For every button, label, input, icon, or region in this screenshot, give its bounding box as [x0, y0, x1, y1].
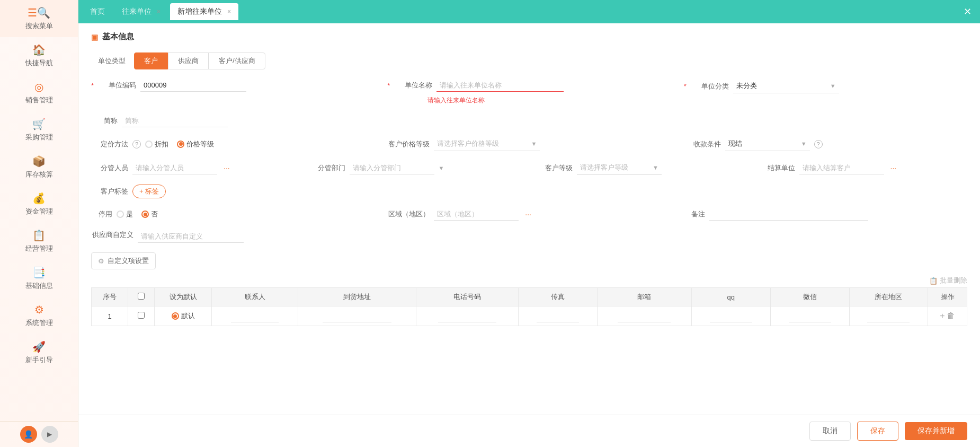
section-title: 基本信息 — [102, 32, 134, 42]
payment-terms-select[interactable]: 现结 ▼ — [725, 137, 810, 151]
sidebar-item-finance[interactable]: 💰 资金管理 — [0, 186, 78, 223]
expand-btn[interactable]: ▶ — [41, 426, 58, 443]
wechat-input[interactable] — [789, 310, 831, 322]
sales-icon: ◎ — [34, 81, 43, 93]
sidebar-item-label: 库存核算 — [25, 170, 53, 179]
disabled-no-circle — [141, 211, 149, 218]
row-add-btn[interactable]: + — [940, 311, 945, 321]
unit-name-input[interactable] — [436, 79, 564, 92]
pricing-discount-label: 折扣 — [155, 139, 168, 149]
unit-type-customer-btn[interactable]: 客户 — [134, 52, 168, 69]
row-region-input[interactable] — [867, 310, 910, 322]
manager-dots-btn[interactable]: ··· — [221, 164, 232, 172]
fax-input[interactable] — [537, 310, 579, 322]
sidebar-item-search[interactable]: ☰🔍 搜索菜单 — [0, 0, 78, 37]
tab-partners[interactable]: 往来单位 × — [114, 3, 168, 20]
col-seq: 序号 — [92, 288, 128, 306]
section-icon: ▣ — [91, 33, 98, 41]
remark-input[interactable] — [709, 208, 868, 221]
unit-code-input[interactable] — [140, 79, 246, 92]
default-circle — [172, 312, 179, 320]
region-dots-btn[interactable]: ··· — [523, 210, 533, 218]
pricing-help-icon[interactable]: ? — [132, 140, 141, 148]
phone-input[interactable] — [438, 310, 496, 322]
settlement-dots-btn[interactable]: ··· — [888, 164, 899, 172]
cancel-button[interactable]: 取消 — [809, 422, 851, 441]
user-avatar[interactable]: 👤 — [20, 426, 37, 443]
default-radio[interactable]: 默认 — [160, 311, 206, 321]
col-email: 邮箱 — [597, 288, 691, 306]
select-all-checkbox[interactable] — [138, 293, 145, 300]
payment-terms-arrow: ▼ — [801, 141, 807, 147]
qq-input[interactable] — [710, 310, 752, 322]
save-button[interactable]: 保存 — [857, 422, 898, 441]
add-tag-btn[interactable]: + 标签 — [132, 185, 166, 198]
sidebar-item-system[interactable]: ⚙ 系统管理 — [0, 297, 78, 334]
unit-type-supplier-btn[interactable]: 供应商 — [168, 52, 209, 69]
sidebar-item-basic-info[interactable]: 📑 基础信息 — [0, 260, 78, 297]
disabled-yes-radio[interactable]: 是 — [117, 209, 133, 219]
contact-table: 序号 设为默认 联系人 到货地址 电话号码 传真 邮箱 qq 微信 所在地区 操… — [91, 287, 967, 326]
disabled-no-radio[interactable]: 否 — [141, 209, 158, 219]
unit-type-label: 单位类型 — [91, 56, 126, 66]
table-header: 序号 设为默认 联系人 到货地址 电话号码 传真 邮箱 qq 微信 所在地区 操… — [92, 288, 967, 306]
form-content: ▣ 基本信息 单位类型 客户 供应商 客户/供应商 * 单位编码 — [78, 23, 980, 415]
custom-settings-btn[interactable]: ⚙ 自定义项设置 — [91, 252, 156, 269]
tab-new-partner-close[interactable]: × — [227, 8, 231, 15]
row-delete-btn[interactable]: 🗑 — [947, 311, 955, 321]
sidebar-item-guide[interactable]: 🚀 新手引导 — [0, 334, 78, 371]
sidebar-item-label: 采购管理 — [25, 133, 53, 142]
customer-level-select[interactable]: 请选择客户等级 ▼ — [577, 161, 662, 175]
short-name-input[interactable] — [122, 115, 228, 127]
main-area: 首页 往来单位 × 新增往来单位 × ✕ ▣ 基本信息 单位类型 客户 供应商 … — [78, 0, 980, 447]
col-qq: qq — [691, 288, 770, 306]
disabled-label: 停用 — [91, 209, 112, 219]
sidebar-item-label: 基础信息 — [25, 281, 53, 291]
manager-group: 分管人员 ··· — [91, 162, 301, 174]
batch-delete-row[interactable]: 📋 批量删除 — [91, 276, 967, 285]
pricing-grade-circle — [177, 141, 184, 148]
manager-input[interactable] — [132, 162, 217, 174]
unit-name-label: 单位名称 — [395, 81, 432, 90]
table-body: 1 默认 — [92, 306, 967, 326]
sidebar-item-sales[interactable]: ◎ 销售管理 — [0, 74, 78, 111]
window-close-btn[interactable]: ✕ — [959, 6, 976, 17]
address-input[interactable] — [323, 310, 391, 322]
save-new-button[interactable]: 保存并新增 — [905, 422, 967, 440]
sidebar-item-inventory[interactable]: 📦 库存核算 — [0, 148, 78, 186]
disabled-yes-circle — [117, 211, 124, 218]
pricing-grade-radio[interactable]: 价格等级 — [177, 139, 214, 149]
row-qq — [691, 306, 770, 326]
tab-new-partner[interactable]: 新增往来单位 × — [170, 3, 238, 20]
unit-type-both-btn[interactable]: 客户/供应商 — [209, 52, 265, 69]
supplier-custom-input[interactable] — [138, 230, 244, 243]
col-region: 所在地区 — [849, 288, 928, 306]
col-address: 到货地址 — [298, 288, 416, 306]
tab-home[interactable]: 首页 — [83, 3, 112, 20]
sidebar-item-quicknav[interactable]: 🏠 快捷导航 — [0, 37, 78, 74]
settings-btn-label: 自定义项设置 — [108, 256, 149, 266]
tab-partners-close[interactable]: × — [157, 8, 161, 15]
sidebar-item-label: 新手引导 — [25, 355, 53, 365]
customer-price-label: 客户价格等级 — [387, 139, 430, 149]
email-input[interactable] — [618, 310, 671, 322]
tags-row: 客户标签 + 标签 — [91, 185, 967, 198]
sidebar-item-operations[interactable]: 📋 经营管理 — [0, 223, 78, 260]
unit-category-select[interactable]: 未分类 ▼ — [733, 79, 839, 93]
region-input[interactable] — [434, 208, 519, 221]
settlement-input[interactable] — [799, 162, 884, 174]
disabled-region-row: 停用 是 否 区域（地区） ··· 备注 — [91, 208, 967, 221]
customer-price-select[interactable]: 请选择客户价格等级 ▼ — [434, 137, 540, 151]
manager-label: 分管人员 — [91, 163, 128, 173]
form-footer: 取消 保存 保存并新增 — [78, 415, 980, 447]
contact-input[interactable] — [231, 310, 279, 322]
remark-label: 备注 — [684, 209, 705, 219]
dept-input[interactable] — [350, 162, 434, 174]
sidebar-item-purchase[interactable]: 🛒 采购管理 — [0, 111, 78, 148]
pricing-discount-radio[interactable]: 折扣 — [145, 139, 168, 149]
inventory-icon: 📦 — [32, 155, 46, 168]
payment-help-icon[interactable]: ? — [814, 140, 823, 148]
pricing-discount-circle — [145, 141, 153, 148]
row-checkbox[interactable] — [138, 312, 145, 319]
sidebar-item-label: 搜索菜单 — [25, 21, 53, 31]
